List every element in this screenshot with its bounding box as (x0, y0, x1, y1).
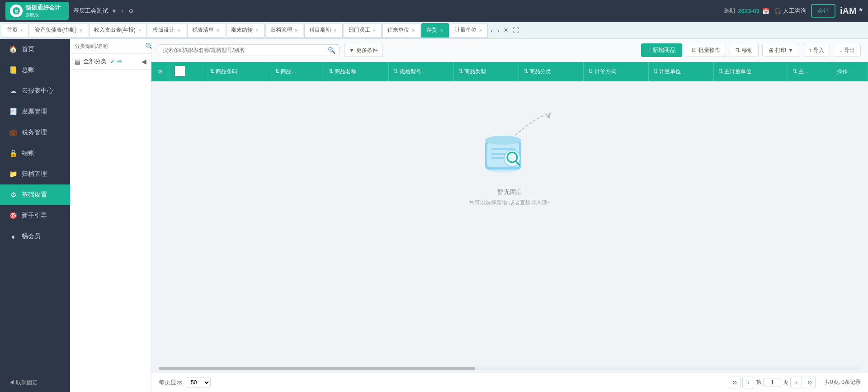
category-collapse-btn[interactable]: ◀ (142, 58, 146, 65)
tab-unit[interactable]: 计量单位 × (450, 23, 488, 38)
export-btn[interactable]: ↓ 导出 (834, 44, 861, 57)
page-first-btn[interactable]: ⊘ (729, 377, 741, 388)
th-checkbox[interactable] (170, 62, 205, 81)
sidebar-item-tax[interactable]: 💼 税务管理 (0, 122, 70, 143)
unpin-btn[interactable]: ◀ 取消固定 (0, 373, 70, 392)
tab-close-inventory[interactable]: × (439, 28, 443, 33)
sidebar-item-member[interactable]: ♦ 畅会员 (0, 226, 70, 247)
ai-consult-btn[interactable]: 🎧 人工咨询 (774, 7, 807, 15)
th-code[interactable]: ⇅ 商品... (270, 62, 324, 81)
move-btn[interactable]: ⇅ 移动 (730, 44, 759, 57)
th-name[interactable]: ⇅ 商品名称 (324, 62, 389, 81)
tab-close-balance[interactable]: × (78, 28, 83, 33)
sidebar-item-archive[interactable]: 📁 归档管理 (0, 164, 70, 184)
th-barcode[interactable]: ⇅ 商品条码 (205, 62, 270, 81)
sidebar-item-invoice[interactable]: 🧾 发票管理 (0, 101, 70, 122)
add-company-btn[interactable]: ＋ (120, 7, 126, 15)
empty-doc-icon (474, 122, 533, 181)
th-main-unit[interactable]: ⇅ 主计量单位 (713, 62, 788, 81)
th-category[interactable]: ⇅ 商品分类 (519, 62, 584, 81)
add-product-btn[interactable]: + 新增商品 (641, 43, 682, 57)
grid-icon: ▦ (75, 58, 80, 65)
settings-gear-icon[interactable]: ⚙ (128, 8, 134, 14)
category-search-bar: 🔍 (70, 39, 151, 54)
account-btn[interactable]: 会计 (811, 4, 835, 18)
logo-icon: 财 (10, 5, 23, 17)
search-input-wrap: 🔍 (159, 44, 340, 56)
category-edit-icon[interactable]: ✏ (117, 58, 123, 65)
tab-close-all-btn[interactable]: × (502, 26, 510, 34)
filter-more-btn[interactable]: ▼ 更多条件 (344, 44, 383, 57)
sidebar-item-close[interactable]: 🔒 结账 (0, 143, 70, 164)
print-btn[interactable]: 🖨 打印 ▼ (762, 44, 799, 57)
page-number-input[interactable] (763, 378, 781, 387)
tab-close-customer[interactable]: × (411, 28, 415, 33)
tab-expand-btn[interactable]: ⛶ (511, 27, 521, 34)
th-spec[interactable]: ⇅ 规格型号 (389, 62, 454, 81)
sidebar-item-settings[interactable]: ⚙ 基础设置 (0, 184, 70, 205)
horizontal-scrollbar[interactable] (159, 367, 861, 370)
import-icon: ↑ (809, 47, 811, 53)
tab-periodend[interactable]: 期末结转 × (226, 23, 264, 38)
tab-close-dept-staff[interactable]: × (372, 28, 377, 33)
tab-dept-staff[interactable]: 部门员工 × (344, 23, 382, 38)
tab-close-unit[interactable]: × (478, 28, 483, 33)
archive-icon: 📁 (9, 170, 17, 178)
tab-inventory[interactable]: 存货 × (421, 23, 448, 38)
tab-close-archive[interactable]: × (294, 28, 298, 33)
category-search-input[interactable] (75, 43, 142, 49)
page-prev-btn[interactable]: ‹ (742, 377, 754, 388)
settings-icon: ⚙ (9, 191, 17, 199)
scroll-thumb[interactable] (159, 367, 475, 370)
sidebar-item-reports[interactable]: ☁ 云报表中心 (0, 80, 70, 101)
tab-next-btn[interactable]: › (495, 27, 501, 34)
import-btn[interactable]: ↑ 导入 (803, 44, 830, 57)
search-input[interactable] (163, 47, 325, 53)
tab-income[interactable]: 收入支出表(年报) × (89, 23, 147, 38)
per-page-select[interactable]: 20 50 100 (186, 378, 211, 387)
close-lock-icon: 🔒 (9, 149, 17, 157)
select-all-checkbox[interactable] (175, 66, 185, 76)
th-price-method[interactable]: ⇅ 计价方式 (584, 62, 649, 81)
th-settings[interactable]: ⚙ (151, 62, 170, 81)
print-icon: 🖨 (768, 47, 774, 53)
invoice-icon: 🧾 (9, 108, 17, 116)
iam-label: iAM * (840, 6, 863, 16)
tab-archive[interactable]: 归档管理 × (265, 23, 303, 38)
tab-close-subject-init[interactable]: × (333, 28, 337, 33)
period-value: 2023-03 (738, 8, 760, 14)
tab-close-income[interactable]: × (137, 28, 142, 33)
category-check-icon: ✔ (110, 59, 114, 65)
tab-taxlist[interactable]: 税表清单 × (187, 23, 225, 38)
calendar-icon[interactable]: 📅 (762, 8, 769, 14)
tab-close-home[interactable]: × (19, 28, 24, 33)
header: 财 畅捷通好会计 旗舰版 基层工会测试 ▼ ＋ ⚙ 账期 2023-03 📅 🎧… (0, 0, 868, 22)
tab-close-taxlist[interactable]: × (216, 28, 220, 33)
th-type[interactable]: ⇅ 商品类型 (454, 62, 519, 81)
tab-template[interactable]: 模版设计 × (148, 23, 186, 38)
tab-home[interactable]: 首页 × (2, 23, 29, 38)
toolbar-right: + 新增商品 ☑ 批量操作 ⇅ 移动 🖨 打印 (641, 43, 861, 57)
th-extra[interactable]: ⇅ 主... (788, 62, 832, 81)
product-table: ⚙ ⇅ 商品条码 ⇅ 商品... (151, 62, 868, 81)
move-icon: ⇅ (736, 47, 740, 53)
tab-prev-btn[interactable]: ‹ (489, 27, 495, 34)
tab-balance[interactable]: 资产负债表(中期) × (30, 23, 88, 38)
logo-main-text: 畅捷通好会计 (25, 4, 61, 12)
table-header-row: ⚙ ⇅ 商品条码 ⇅ 商品... (151, 62, 868, 81)
page-last-btn[interactable]: ⊙ (804, 377, 816, 388)
sidebar-item-home[interactable]: 🏠 首页 (0, 39, 70, 60)
page-next-btn[interactable]: › (790, 377, 802, 388)
headphone-icon: 🎧 (774, 8, 781, 14)
tab-subject-init[interactable]: 科目期初 × (304, 23, 342, 38)
tab-close-periodend[interactable]: × (255, 28, 259, 33)
sidebar-item-guide[interactable]: 🎯 新手引导 (0, 205, 70, 226)
batch-icon: ☑ (692, 47, 697, 53)
search-icon[interactable]: 🔍 (328, 47, 335, 54)
tab-customer[interactable]: 往来单位 × (382, 23, 420, 38)
ledger-icon: 📒 (9, 66, 17, 74)
tab-close-template[interactable]: × (176, 28, 181, 33)
sidebar-item-ledger[interactable]: 📒 总账 (0, 60, 70, 80)
th-unit[interactable]: ⇅ 计量单位 (648, 62, 713, 81)
batch-operate-btn[interactable]: ☑ 批量操作 (686, 44, 726, 57)
